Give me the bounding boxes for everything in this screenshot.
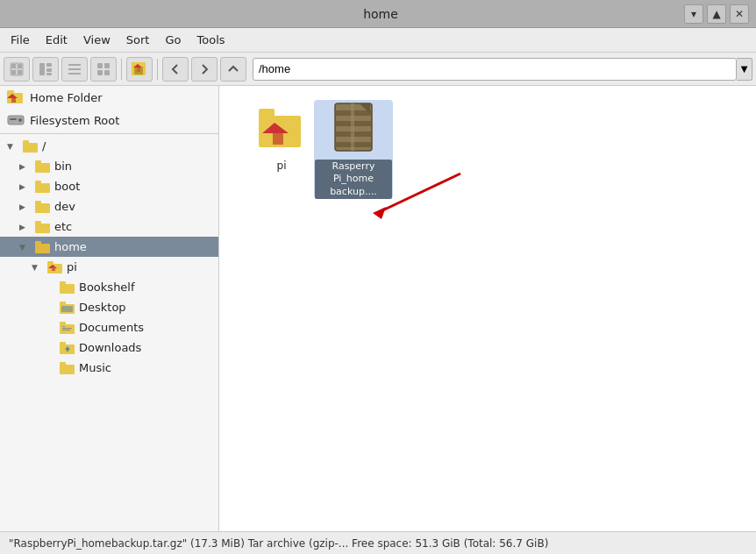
backup-archive-icon bbox=[329, 100, 378, 156]
expand-home-icon bbox=[19, 241, 32, 252]
folder-icon bbox=[35, 160, 51, 173]
sidebar-tree-home-label: home bbox=[54, 240, 87, 253]
svg-rect-52 bbox=[62, 330, 70, 330]
toolbar-back-button[interactable] bbox=[162, 57, 189, 82]
toolbar-forward-button[interactable] bbox=[191, 57, 218, 82]
sidebar-tree-pi[interactable]: pi bbox=[0, 257, 218, 277]
menu-sort[interactable]: Sort bbox=[119, 31, 157, 49]
sidebar-tree-bin[interactable]: bin bbox=[0, 156, 218, 176]
svg-rect-36 bbox=[35, 221, 41, 224]
window-controls[interactable]: ▾ ▲ ✕ bbox=[684, 4, 749, 24]
home-folder-small-icon bbox=[47, 261, 63, 273]
expand-pi-icon bbox=[32, 261, 44, 273]
svg-rect-5 bbox=[39, 63, 45, 75]
toolbar-up-button[interactable] bbox=[220, 57, 246, 82]
sidebar-tree-documents[interactable]: Documents bbox=[0, 317, 218, 337]
toolbar-compact-view-button[interactable] bbox=[90, 57, 117, 82]
sidebar-home-folder-label: Home Folder bbox=[30, 91, 103, 104]
drive-icon bbox=[7, 113, 25, 127]
close-button[interactable]: ✕ bbox=[730, 4, 749, 24]
svg-rect-13 bbox=[104, 63, 110, 68]
svg-rect-12 bbox=[97, 63, 103, 68]
sidebar-tree-etc[interactable]: etc bbox=[0, 217, 218, 237]
location-dropdown-button[interactable]: ▼ bbox=[737, 58, 752, 81]
svg-rect-28 bbox=[23, 140, 29, 144]
svg-rect-30 bbox=[35, 160, 41, 164]
sidebar-tree-desktop-label: Desktop bbox=[79, 301, 126, 314]
sidebar-tree-desktop[interactable]: Desktop bbox=[0, 297, 218, 317]
sidebar-tree-boot-label: boot bbox=[54, 180, 80, 193]
svg-rect-42 bbox=[52, 267, 55, 271]
desktop-folder-icon bbox=[60, 302, 75, 314]
svg-rect-38 bbox=[35, 241, 41, 245]
svg-rect-7 bbox=[46, 68, 52, 72]
expand-root-icon bbox=[7, 140, 19, 152]
svg-rect-43 bbox=[60, 284, 75, 294]
svg-rect-23 bbox=[11, 98, 16, 103]
location-bar[interactable]: /home bbox=[253, 58, 737, 81]
menubar: File Edit View Sort Go Tools bbox=[0, 28, 756, 53]
home-folder-icon bbox=[7, 90, 25, 104]
sidebar-filesystem-label: Filesystem Root bbox=[30, 114, 119, 127]
sidebar-tree-dev[interactable]: dev bbox=[0, 196, 218, 217]
statusbar-text: "RaspberryPi_homebackup.tar.gz" (17.3 Mi… bbox=[9, 537, 548, 550]
sidebar-item-filesystem-root[interactable]: Filesystem Root bbox=[0, 109, 218, 131]
svg-rect-54 bbox=[60, 342, 66, 345]
svg-rect-69 bbox=[351, 103, 354, 151]
toolbar: /home ▼ bbox=[0, 53, 756, 86]
sidebar-tree-root[interactable]: / bbox=[0, 136, 218, 156]
svg-rect-11 bbox=[68, 73, 81, 75]
svg-rect-27 bbox=[23, 143, 38, 153]
sidebar-tree-bookshelf[interactable]: Bookshelf bbox=[0, 277, 218, 297]
svg-rect-4 bbox=[18, 70, 22, 75]
minimize-button[interactable]: ▾ bbox=[684, 4, 703, 24]
svg-rect-15 bbox=[104, 70, 110, 75]
toolbar-prev-location-button[interactable] bbox=[4, 57, 30, 82]
svg-rect-49 bbox=[60, 322, 66, 325]
sidebar-item-home-folder[interactable]: Home Folder bbox=[0, 86, 218, 109]
file-item-backup[interactable]: Rasperry Pi_home backup.... bbox=[314, 100, 393, 199]
svg-rect-37 bbox=[35, 244, 50, 253]
svg-rect-26 bbox=[10, 118, 17, 120]
svg-rect-2 bbox=[18, 64, 22, 68]
svg-rect-10 bbox=[68, 68, 81, 70]
svg-rect-14 bbox=[97, 70, 103, 75]
location-input[interactable]: /home bbox=[259, 62, 731, 75]
folder-icon bbox=[35, 221, 51, 233]
menu-edit[interactable]: Edit bbox=[39, 31, 75, 49]
folder-icon bbox=[60, 281, 75, 294]
sidebar-tree-music[interactable]: Music bbox=[0, 358, 218, 378]
svg-rect-58 bbox=[60, 362, 66, 366]
sidebar-tree-pi-label: pi bbox=[67, 260, 77, 273]
sidebar-tree-boot[interactable]: boot bbox=[0, 176, 218, 196]
svg-marker-71 bbox=[373, 207, 386, 219]
sidebar-divider bbox=[0, 133, 218, 134]
menu-tools[interactable]: Tools bbox=[190, 31, 232, 49]
svg-rect-48 bbox=[60, 324, 75, 334]
pi-folder-icon bbox=[259, 103, 304, 156]
menu-file[interactable]: File bbox=[4, 31, 37, 49]
filepane: pi Rasperry Pi_home backu bbox=[219, 86, 756, 531]
sidebar-tree-downloads[interactable]: Downloads bbox=[0, 337, 218, 358]
svg-rect-6 bbox=[46, 63, 52, 67]
toolbar-home-button[interactable] bbox=[126, 57, 153, 82]
maximize-button[interactable]: ▲ bbox=[707, 4, 726, 24]
toolbar-icon-view-button[interactable] bbox=[32, 57, 59, 82]
sidebar-tree-bin-label: bin bbox=[54, 160, 72, 173]
svg-point-25 bbox=[18, 118, 22, 122]
svg-rect-3 bbox=[11, 70, 16, 75]
file-item-pi[interactable]: pi bbox=[242, 103, 321, 174]
statusbar: "RaspberryPi_homebackup.tar.gz" (17.3 Mi… bbox=[0, 531, 756, 554]
svg-rect-62 bbox=[273, 133, 283, 145]
sidebar-tree-music-label: Music bbox=[79, 361, 111, 374]
menu-go[interactable]: Go bbox=[158, 31, 188, 49]
sidebar-tree-bookshelf-label: Bookshelf bbox=[79, 281, 135, 294]
svg-rect-19 bbox=[137, 67, 140, 72]
main-area: Home Folder Filesystem Root / bbox=[0, 86, 756, 531]
toolbar-detail-view-button[interactable] bbox=[61, 57, 88, 82]
svg-rect-35 bbox=[35, 224, 50, 233]
window-title: home bbox=[77, 7, 684, 21]
sidebar-tree-home[interactable]: home bbox=[0, 237, 218, 257]
svg-rect-46 bbox=[60, 302, 66, 305]
menu-view[interactable]: View bbox=[76, 31, 118, 49]
